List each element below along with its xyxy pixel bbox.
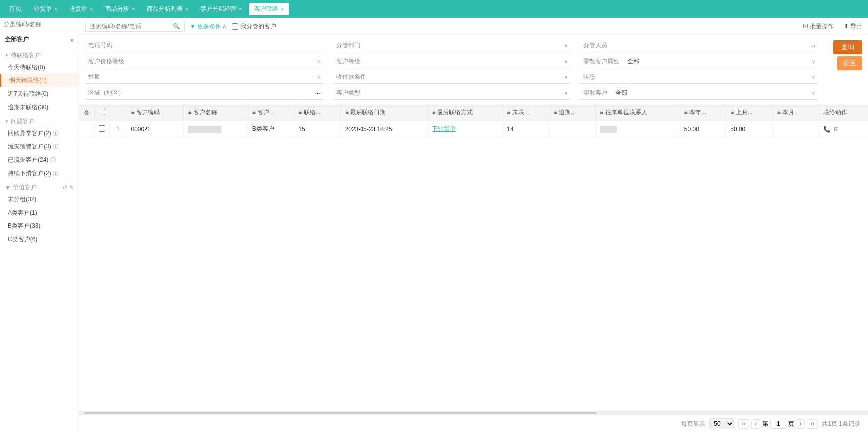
filter-payment[interactable]: 收付款条件 ∨ xyxy=(333,71,571,84)
sidebar-item-class-c[interactable]: C类客户(6) xyxy=(0,233,79,246)
sidebar: 🔍 全部客户 « ▼ 待联络客户 今天待联络(0) 明天待联络(1) 近7天待联… xyxy=(0,18,79,432)
sidebar-group-value-customers: ▼ 价值客户 ↺ ✎ xyxy=(0,180,79,193)
col-last-date-header[interactable]: ≡ 最后联络日期 xyxy=(341,104,428,121)
nav-item-purchase[interactable]: 进货单✕ xyxy=(65,3,98,15)
filter-phone: 电话号码 xyxy=(85,39,323,52)
nav-item-product-analysis-list[interactable]: 商品分析列表✕ xyxy=(142,3,194,15)
row-no-contact: 14 xyxy=(503,121,549,137)
col-this-year-header[interactable]: ≡ 本年... xyxy=(680,104,726,121)
chevron-down-icon9: ∨ xyxy=(812,90,815,96)
col-name-header[interactable]: ≡ 客户名称 xyxy=(184,104,248,121)
sidebar-group-pending-contact: ▼ 待联络客户 xyxy=(0,48,79,61)
pager-first-btn[interactable]: ⟨⟨ xyxy=(738,419,749,429)
chevron-down-icon6: ∨ xyxy=(564,74,568,80)
sidebar-item-class-a[interactable]: A类客户(1) xyxy=(0,206,79,219)
chevron-down-icon5: ∨ xyxy=(317,74,320,80)
sidebar-item-unclassified[interactable]: 未分组(32) xyxy=(0,193,79,206)
pager-prev-btn[interactable]: ⟨ xyxy=(751,419,760,429)
col-contact-header[interactable]: ≡ 联络... xyxy=(294,104,341,121)
sidebar-item-class-b[interactable]: B类客户(33) xyxy=(0,219,79,233)
nav-item-home[interactable]: 首页 xyxy=(4,2,27,15)
action-phone-icon[interactable]: 📞 xyxy=(823,126,831,133)
pager-current: 第 页 xyxy=(762,419,794,429)
sidebar-item-today-contact[interactable]: 今天待联络(0) xyxy=(0,61,79,74)
col-checkbox-header xyxy=(94,104,109,121)
chevron-down-icon7: ∨ xyxy=(812,74,815,80)
filter-region[interactable]: 区域（地区） ··· xyxy=(85,87,323,100)
filter-person[interactable]: 分管人员 ··· xyxy=(580,39,818,52)
chevron-down-icon3: ∨ xyxy=(564,59,568,64)
pager-next-btn[interactable]: ⟩ xyxy=(796,419,805,429)
info-icon2: ⓘ xyxy=(53,144,58,149)
page-input[interactable] xyxy=(770,419,786,429)
col-type-header[interactable]: ≡ 客户... xyxy=(248,104,294,121)
sidebar-item-churned[interactable]: 已流失客户(24) ⓘ xyxy=(0,153,79,167)
row-this-year: 50.00 xyxy=(680,121,726,137)
nav-item-customer-contact[interactable]: 客户联络✕ xyxy=(249,3,289,15)
my-customers-check[interactable] xyxy=(232,23,238,30)
query-button[interactable]: 查询 xyxy=(833,40,862,54)
col-this-month-header[interactable]: ≡ 本月... xyxy=(773,104,819,121)
customer-table: ⚙ ≡ 客户编码 ≡ 客户名称 ≡ 客户... xyxy=(79,104,868,137)
col-num-header xyxy=(109,104,127,121)
pager-last-btn[interactable]: ⟩⟩ xyxy=(807,419,818,429)
row-name: ████████ xyxy=(184,121,248,137)
per-page-select[interactable]: 50 100 xyxy=(709,418,734,429)
nav-item-customer-tier[interactable]: 客户分层经营✕ xyxy=(196,3,247,15)
filter-customer-type[interactable]: 客户类型 ∨ xyxy=(333,87,571,100)
sidebar-item-tomorrow-contact[interactable]: 明天待联络(1) xyxy=(0,74,79,87)
col-gear[interactable]: ⚙ xyxy=(79,104,94,121)
search-icon-main[interactable]: 🔍 xyxy=(173,23,180,30)
sidebar-item-overdue-contact[interactable]: 逾期未联络(30) xyxy=(0,101,79,114)
sidebar-item-repurchase-abnormal[interactable]: 回购异常客户(2) ⓘ xyxy=(0,127,79,140)
sidebar-all-customers[interactable]: 全部客户 « xyxy=(0,31,79,48)
nav-item-product-analysis[interactable]: 商品分析✕ xyxy=(100,3,140,15)
row-last-date: 2023-05-23 18:25: xyxy=(341,121,428,137)
sidebar-item-churn-warning[interactable]: 流失预警客户(3) ⓘ xyxy=(0,140,79,153)
table-row: 1 000021 ████████ B类客户 15 2023-05-23 18:… xyxy=(79,121,868,137)
col-company-contact-header[interactable]: ≡ 往来单位联系人 xyxy=(596,104,680,121)
search-input[interactable] xyxy=(90,23,173,30)
chevron-down-icon2: ∨ xyxy=(317,59,320,64)
select-all-checkbox[interactable] xyxy=(99,109,105,115)
sidebar-all-customers-label: 全部客户 xyxy=(5,35,29,44)
my-customers-checkbox[interactable]: 我分管的客户 xyxy=(232,22,276,31)
col-no-contact-header[interactable]: ≡ 未联... xyxy=(503,104,549,121)
settings-button[interactable]: 设置 xyxy=(837,56,862,70)
filter-status[interactable]: 状态 ∨ xyxy=(580,71,818,84)
checkbox-icon: ☑ xyxy=(803,23,808,30)
sidebar-item-declining[interactable]: 持续下滑客户(2) ⓘ xyxy=(0,167,79,180)
info-icon4: ⓘ xyxy=(53,170,58,176)
per-page-label: 每页显示 xyxy=(681,420,705,428)
filter-dept[interactable]: 分管部门 ∨ xyxy=(333,39,571,52)
more-conditions-btn[interactable]: ▼ 更多条件 ∧ xyxy=(190,22,227,31)
row-num: 1 xyxy=(109,121,127,137)
action-grid-icon[interactable]: ⊞ xyxy=(834,126,839,133)
top-nav: 首页 销货单✕ 进货单✕ 商品分析✕ 商品分析列表✕ 客户分层经营✕ 客户联络✕ xyxy=(0,0,868,18)
col-last-month-header[interactable]: ≡ 上月... xyxy=(726,104,773,121)
row-select-checkbox[interactable] xyxy=(99,125,105,132)
filter-value-grade[interactable]: 客户价格等级 ∨ xyxy=(85,55,323,68)
last-method-link[interactable]: 下销货单 xyxy=(432,125,456,132)
export-icon: ⬆ xyxy=(844,23,849,30)
sidebar-search-input[interactable] xyxy=(4,21,78,28)
row-checkbox xyxy=(94,121,109,137)
export-btn[interactable]: ⬆ 导出 xyxy=(844,22,862,31)
total-records: 共1页 1条记录 xyxy=(822,420,860,428)
col-overdue-header[interactable]: ≡ 逾期... xyxy=(549,104,595,121)
col-code-header[interactable]: ≡ 客户编码 xyxy=(127,104,184,121)
refresh-icon[interactable]: ↺ xyxy=(62,184,67,191)
table-footer: 每页显示 50 100 ⟨⟨ ⟨ 第 页 ⟩ ⟩⟩ 共1页 1条记录 xyxy=(79,415,868,432)
batch-ops-btn[interactable]: ☑ 批量操作 xyxy=(803,22,834,31)
group-triangle-icon: ▼ xyxy=(5,53,9,58)
col-last-method-header[interactable]: ≡ 最后联络方式 xyxy=(428,104,503,121)
group-triangle-icon3: ▼ xyxy=(5,184,11,191)
sidebar-item-7day-contact[interactable]: 近7天待联络(0) xyxy=(0,87,79,101)
filter-nature[interactable]: 性质 ∨ xyxy=(85,71,323,84)
filter-phone-input[interactable] xyxy=(116,42,320,49)
nav-item-sales[interactable]: 销货单✕ xyxy=(29,3,63,15)
sidebar-collapse-icon: « xyxy=(70,36,74,44)
filter-customer-grade[interactable]: 客户等级 ∨ xyxy=(333,55,571,68)
sidebar-search-wrap: 🔍 xyxy=(0,18,79,31)
edit-icon[interactable]: ✎ xyxy=(69,184,74,191)
